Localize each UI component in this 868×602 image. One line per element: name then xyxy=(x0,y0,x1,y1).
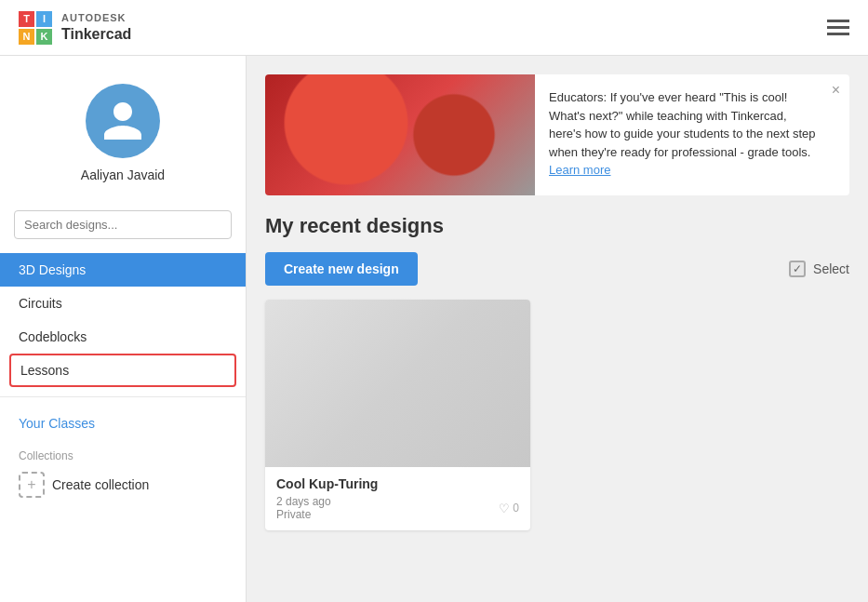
logo-k: K xyxy=(36,29,52,45)
banner-image-inner xyxy=(265,74,535,195)
design-card-title: Cool Kup-Turing xyxy=(276,476,519,491)
design-card-meta: 2 days ago Private ♡ 0 xyxy=(276,495,519,521)
logo-t: T xyxy=(19,11,34,27)
design-card-date: 2 days ago xyxy=(276,495,331,508)
designs-toolbar: Create new design ✓ Select xyxy=(265,252,849,286)
main-layout: Aaliyan Javaid 3D Designs Circuits Codeb… xyxy=(0,56,868,602)
nav-circuits-label: Circuits xyxy=(19,296,62,311)
avatar xyxy=(86,84,160,158)
banner-text: Educators: If you've ever heard "This is… xyxy=(535,74,849,195)
nav-3d-designs-label: 3D Designs xyxy=(19,262,86,277)
design-card-body: Cool Kup-Turing 2 days ago Private ♡ 0 xyxy=(265,467,530,530)
nav-lessons-label: Lessons xyxy=(20,363,69,378)
design-card-info: 2 days ago Private xyxy=(276,495,331,521)
avatar-section: Aaliyan Javaid xyxy=(0,74,246,201)
banner-image xyxy=(265,74,535,195)
section-title: My recent designs xyxy=(265,214,849,238)
sidebar-item-circuits[interactable]: Circuits xyxy=(0,287,246,320)
design-card[interactable]: Cool Kup-Turing 2 days ago Private ♡ 0 xyxy=(265,300,530,530)
create-collection-button[interactable]: + Create collection xyxy=(0,467,246,502)
heart-icon: ♡ xyxy=(499,502,510,515)
sidebar-item-codeblocks[interactable]: Codeblocks xyxy=(0,320,246,354)
product-name: Tinkercad xyxy=(61,25,131,43)
main-content: Educators: If you've ever heard "This is… xyxy=(247,56,868,602)
your-classes-label: Your Classes xyxy=(19,416,95,431)
banner-learn-more-link[interactable]: Learn more xyxy=(549,163,610,177)
design-card-image xyxy=(265,300,530,467)
create-collection-label: Create collection xyxy=(52,477,149,492)
collections-label: Collections xyxy=(0,440,246,467)
banner-close-button[interactable]: × xyxy=(832,82,840,99)
sidebar-divider xyxy=(0,396,246,397)
sidebar-item-lessons[interactable]: Lessons xyxy=(9,354,236,387)
brand-name: AUTODESK xyxy=(61,12,131,24)
logo-n: N xyxy=(19,29,34,45)
design-card-likes-count: 0 xyxy=(513,502,519,515)
avatar-icon xyxy=(100,98,146,144)
sidebar-item-3d-designs[interactable]: 3D Designs xyxy=(0,253,246,287)
app-header: T I N K AUTODESK Tinkercad xyxy=(0,0,868,56)
select-area[interactable]: ✓ Select xyxy=(789,261,849,277)
sidebar: Aaliyan Javaid 3D Designs Circuits Codeb… xyxy=(0,56,247,602)
search-input[interactable] xyxy=(14,210,232,239)
sidebar-your-classes[interactable]: Your Classes xyxy=(0,407,246,440)
design-card-visibility: Private xyxy=(276,508,331,521)
design-card-likes: ♡ 0 xyxy=(499,502,519,515)
hamburger-line-1 xyxy=(827,20,849,22)
header-title: AUTODESK Tinkercad xyxy=(61,12,131,42)
user-name: Aaliyan Javaid xyxy=(81,167,165,182)
select-label: Select xyxy=(813,261,849,276)
nav-codeblocks-label: Codeblocks xyxy=(19,329,87,344)
educator-banner: Educators: If you've ever heard "This is… xyxy=(265,74,849,195)
create-new-design-button[interactable]: Create new design xyxy=(265,252,418,286)
hamburger-line-2 xyxy=(827,26,849,29)
logo-i: I xyxy=(36,11,52,27)
designs-grid: Cool Kup-Turing 2 days ago Private ♡ 0 xyxy=(265,300,849,530)
header-logo-area: T I N K AUTODESK Tinkercad xyxy=(19,11,131,45)
autodesk-logo: T I N K xyxy=(19,11,52,45)
hamburger-line-3 xyxy=(827,33,849,35)
collection-icon: + xyxy=(19,472,45,498)
banner-body-text: Educators: If you've ever heard "This is… xyxy=(549,90,816,159)
hamburger-menu[interactable] xyxy=(827,20,849,35)
select-checkbox[interactable]: ✓ xyxy=(789,261,806,277)
